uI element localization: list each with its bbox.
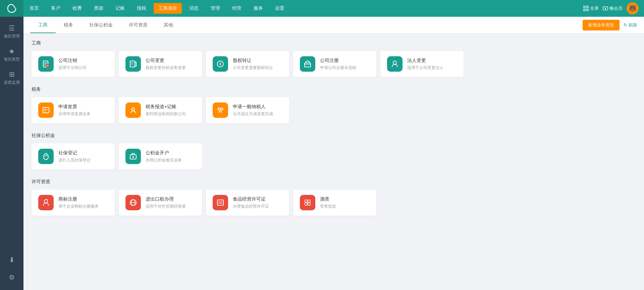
- nav-ticket[interactable]: 票据: [88, 0, 109, 17]
- tab-license[interactable]: 许可资质: [121, 17, 156, 33]
- nav-customer[interactable]: 客户: [45, 0, 66, 17]
- sidebar-settings-button[interactable]: ⚙: [9, 270, 15, 285]
- nav-tax[interactable]: 报税: [131, 0, 152, 17]
- tab-tax[interactable]: 税务: [56, 17, 81, 33]
- card-title-company-cancel: 公司注销: [58, 58, 87, 64]
- tab-bar-actions: 新增业务类型 ↻ 刷新: [583, 20, 637, 30]
- card-equity-transfer[interactable]: ¥ 股权转让 公司变更需要股权转让: [206, 51, 289, 77]
- nav-operation[interactable]: 经营: [226, 0, 248, 17]
- card-title-company-register: 公司注册: [320, 58, 356, 64]
- card-icon-equity-transfer: ¥: [213, 56, 228, 72]
- scroll-content[interactable]: 工商 公司注销 适用于注销公司: [23, 33, 644, 290]
- logo[interactable]: [0, 0, 23, 17]
- card-company-cancel[interactable]: 公司注销 适用于注销公司: [32, 51, 115, 77]
- card-desc-company-register: 申请公司注册全流程: [320, 65, 356, 71]
- nav-manage[interactable]: 管理: [205, 0, 226, 17]
- vip-button[interactable]: 畅会员: [603, 5, 623, 11]
- refresh-button[interactable]: ↻ 刷新: [624, 22, 637, 28]
- card-desc-company-cancel: 适用于注销公司: [58, 65, 87, 71]
- nav-fee[interactable]: 收费: [66, 0, 88, 17]
- nav-business[interactable]: 工商项目: [154, 3, 182, 14]
- card-text-company-change: 公司变更 股权变更外的业务变更: [146, 58, 186, 71]
- nav-message[interactable]: 消息: [183, 0, 205, 17]
- card-icon-general-taxpayer: [213, 102, 228, 118]
- section-license: 许可资质 商标注册 用于企业商标注册服务: [32, 179, 636, 216]
- card-social-insurance[interactable]: 社保登记 进行人员社保登记: [32, 143, 115, 169]
- sidebar-item-project-management[interactable]: ☰ 项目管理: [0, 20, 23, 43]
- card-import-export[interactable]: 进出口权办理 适用于对外贸易经营者: [119, 190, 202, 216]
- top-navigation: 首页 客户 收费 票据 记账 报税 工商项目 消息 管理 经营 服务 设置 全屏…: [0, 0, 644, 17]
- card-text-legal-person-change: 法人变更 适用于公司变更法人: [407, 58, 443, 71]
- user-avatar[interactable]: 🐻: [627, 2, 639, 14]
- tabs-container: 工商 税务 社保公积金 许可资质 其他: [30, 17, 583, 33]
- svg-rect-17: [305, 63, 311, 67]
- card-icon-legal-person-change: [387, 56, 402, 72]
- nav-items: 首页 客户 收费 票据 记账 报税 工商项目 消息 管理 经营 服务 设置: [23, 0, 583, 17]
- card-icon-company-register: [300, 56, 315, 72]
- tab-business[interactable]: 工商: [30, 17, 56, 33]
- main-layout: ☰ 项目管理 ★ 项目类型 ⊞ 进度监测 ⬇ ⚙ 工商 税务 社保公积金 许可资…: [0, 17, 644, 290]
- card-title-trademark: 商标注册: [58, 196, 99, 202]
- nav-home[interactable]: 首页: [23, 0, 45, 17]
- svg-point-23: [132, 108, 135, 111]
- refresh-icon: ↻: [624, 22, 627, 27]
- card-liquor[interactable]: 酒类 零售批发: [293, 190, 376, 216]
- card-text-social-insurance: 社保登记 进行人员社保登记: [58, 150, 91, 163]
- card-desc-apply-invoice: 办理申请发票业务: [58, 111, 91, 117]
- card-text-import-export: 进出口权办理 适用于对外贸易经营者: [146, 196, 186, 209]
- card-text-company-register: 公司注册 申请公司注册全流程: [320, 58, 356, 71]
- sidebar-download-button[interactable]: ⬇: [9, 252, 15, 267]
- card-text-apply-invoice: 申请发票 办理申请发票业务: [58, 104, 91, 117]
- card-desc-legal-person-change: 适用于公司变更法人: [407, 65, 443, 71]
- section-title-social-security: 社保公积金: [32, 133, 636, 139]
- card-company-register[interactable]: 公司注册 申请公司注册全流程: [293, 51, 376, 77]
- card-icon-import-export: [125, 195, 141, 210]
- card-trademark[interactable]: 商标注册 用于企业商标注册服务: [32, 190, 115, 216]
- svg-rect-3: [587, 9, 588, 11]
- card-company-change[interactable]: 公司变更 股权变更外的业务变更: [119, 51, 202, 77]
- svg-rect-35: [305, 200, 307, 202]
- card-icon-trademark: [38, 195, 54, 210]
- card-title-liquor: 酒类: [320, 196, 336, 202]
- card-icon-tax-accounting: [125, 102, 141, 118]
- card-general-taxpayer[interactable]: 申请一般纳税人 当月或次月成变更完成: [206, 97, 289, 123]
- svg-point-25: [221, 108, 223, 111]
- card-desc-food-license: 办理食品经营许可证: [233, 204, 269, 209]
- svg-rect-38: [308, 203, 310, 205]
- card-tax-accounting[interactable]: 税务报道+记账 拿到营业执照的新公司: [119, 97, 202, 123]
- svg-rect-0: [584, 6, 585, 8]
- svg-point-27: [132, 156, 134, 158]
- card-desc-trademark: 用于企业商标注册服务: [58, 204, 99, 209]
- section-title-business: 工商: [32, 40, 636, 46]
- card-text-provident-fund: 公积金开户 办理公积金相关业务: [146, 150, 182, 163]
- nav-accounting[interactable]: 记账: [109, 0, 131, 17]
- section-tax: 税务 申请发票 办理申请发票业务: [32, 86, 636, 123]
- sidebar-item-progress-monitor[interactable]: ⊞ 进度监测: [0, 66, 23, 89]
- tab-other[interactable]: 其他: [156, 17, 181, 33]
- card-icon-apply-invoice: [38, 102, 54, 118]
- card-grid-business: 公司注销 适用于注销公司 公司变更 股权变更外的业务变更: [32, 51, 636, 77]
- svg-text:¥: ¥: [219, 62, 221, 66]
- section-business: 工商 公司注销 适用于注销公司: [32, 40, 636, 77]
- card-icon-company-change: [125, 56, 141, 72]
- card-icon-food-license: [213, 195, 228, 210]
- card-text-food-license: 食品经营许可证 办理食品经营许可证: [233, 196, 269, 209]
- sidebar: ☰ 项目管理 ★ 项目类型 ⊞ 进度监测 ⬇ ⚙: [0, 17, 23, 290]
- svg-rect-1: [587, 6, 588, 8]
- card-provident-fund[interactable]: 公积金开户 办理公积金相关业务: [119, 143, 202, 169]
- card-food-license[interactable]: 食品经营许可证 办理食品经营许可证: [206, 190, 289, 216]
- card-apply-invoice[interactable]: 申请发票 办理申请发票业务: [32, 97, 115, 123]
- tab-social-security[interactable]: 社保公积金: [81, 17, 121, 33]
- add-type-button[interactable]: 新增业务类型: [583, 20, 620, 30]
- svg-rect-37: [305, 203, 307, 205]
- sidebar-item-project-type[interactable]: ★ 项目类型: [0, 43, 23, 66]
- svg-point-24: [218, 108, 220, 111]
- card-icon-social-insurance: [38, 149, 54, 164]
- card-legal-person-change[interactable]: 法人变更 适用于公司变更法人: [380, 51, 464, 77]
- nav-settings[interactable]: 设置: [269, 0, 290, 17]
- svg-rect-32: [217, 200, 223, 205]
- section-social-security: 社保公积金 社保登记 进行人员社保登记: [32, 133, 636, 169]
- nav-service[interactable]: 服务: [248, 0, 269, 17]
- card-desc-import-export: 适用于对外贸易经营者: [146, 204, 186, 209]
- fullscreen-button[interactable]: 全屏: [583, 5, 599, 11]
